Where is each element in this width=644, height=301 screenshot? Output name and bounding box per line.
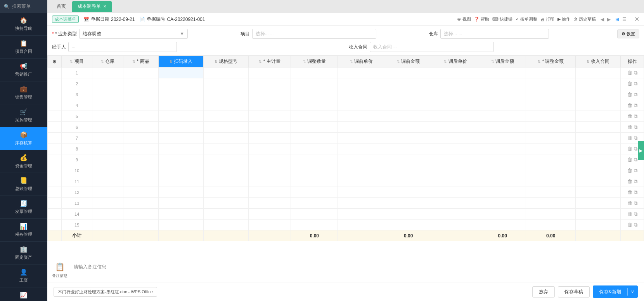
cell-unit-4[interactable] [248,100,291,111]
cell-after_amount-4[interactable] [479,100,526,111]
cell-product-7[interactable] [123,133,158,144]
cell-project-7[interactable]: 7 [62,133,92,144]
cell-settings-1[interactable] [48,67,62,78]
cell-settings-9[interactable] [48,154,62,165]
cell-income_contract-14[interactable] [576,209,621,220]
sidebar-item-project-contract[interactable]: 📋 项目合同 [0,36,47,59]
cell-settings-15[interactable] [48,220,62,230]
row-copy-15[interactable]: ⧉ [634,222,637,228]
cell-prev_amount-12[interactable] [385,187,432,198]
toolbar-action-shortcut[interactable]: ⌨快捷键 [492,16,512,22]
cell-scan-3[interactable] [159,89,204,100]
cell-prev_unit_price-3[interactable] [338,89,385,100]
cell-warehouse-7[interactable] [92,133,123,144]
row-copy-5[interactable]: ⧉ [634,113,637,119]
cell-income_contract-2[interactable] [576,78,621,89]
cell-product-4[interactable] [123,100,158,111]
cell-unit-6[interactable] [248,122,291,133]
close-form-icon[interactable]: ✕ [634,16,639,23]
cell-warehouse-10[interactable] [92,165,123,176]
cell-adj_qty-10[interactable] [291,165,338,176]
cell-project-4[interactable]: 4 [62,100,92,111]
handler-input[interactable]: ··· [68,42,177,52]
cell-unit-7[interactable] [248,133,291,144]
cell-income_contract-4[interactable] [576,100,621,111]
cell-prev_amount-8[interactable] [385,144,432,154]
cell-income_contract-9[interactable] [576,154,621,165]
discard-button[interactable]: 放弃 [532,286,555,298]
cell-income_contract-12[interactable] [576,187,621,198]
cell-after_amount-8[interactable] [479,144,526,154]
cell-project-12[interactable]: 12 [62,187,92,198]
cell-adj_amount-13[interactable] [526,198,576,209]
cell-settings-3[interactable] [48,89,62,100]
cell-product-15[interactable] [123,220,158,230]
cell-product-12[interactable] [123,187,158,198]
row-delete-2[interactable]: 🗑 [627,81,632,86]
cell-after_amount-5[interactable] [479,111,526,122]
cell-warehouse-1[interactable] [92,67,123,78]
cell-adj_qty-12[interactable] [291,187,338,198]
row-delete-5[interactable]: 🗑 [627,113,632,119]
sort-scan[interactable]: ⇅ [170,60,173,64]
cell-spec-2[interactable] [203,78,248,89]
cell-settings-2[interactable] [48,78,62,89]
sidebar-item-ledger-mgmt[interactable]: 📒 总账管理 [0,173,47,196]
row-delete-3[interactable]: 🗑 [627,92,632,97]
cell-prev_unit_price-10[interactable] [338,165,385,176]
cell-adj_amount-3[interactable] [526,89,576,100]
toolbar-grid-view[interactable]: ⊞ [615,17,619,22]
cell-after_unit_price-4[interactable] [432,100,479,111]
cell-prev_unit_price-13[interactable] [338,198,385,209]
cell-adj_amount-4[interactable] [526,100,576,111]
settings-btn[interactable]: ⚙ 设置 [617,29,639,38]
cell-unit-8[interactable] [248,144,291,154]
sidebar-item-salary[interactable]: 👤 工资 [0,265,47,287]
cell-warehouse-3[interactable] [92,89,123,100]
cell-unit-11[interactable] [248,176,291,187]
cell-unit-5[interactable] [248,111,291,122]
cell-after_unit_price-1[interactable] [432,67,479,78]
cell-scan-1[interactable] [159,67,204,78]
cell-product-6[interactable] [123,122,158,133]
cell-spec-7[interactable] [203,133,248,144]
row-copy-13[interactable]: ⧉ [634,200,637,206]
cell-adj_qty-1[interactable] [291,67,338,78]
cell-project-9[interactable]: 9 [62,154,92,165]
cell-adj_qty-2[interactable] [291,78,338,89]
cell-project-10[interactable]: 10 [62,165,92,176]
cell-warehouse-9[interactable] [92,154,123,165]
tab-close-cost-adjust[interactable]: ✕ [103,4,106,9]
cell-after_amount-1[interactable] [479,67,526,78]
warehouse-input[interactable]: 选择... ··· [440,29,549,39]
sidebar-item-quick-nav[interactable]: 🏠 快捷导航 [0,13,47,36]
toolbar-action-view[interactable]: 👁视图 [457,16,471,22]
cell-adj_qty-4[interactable] [291,100,338,111]
cell-after_unit_price-5[interactable] [432,111,479,122]
cell-prev_amount-15[interactable] [385,220,432,230]
row-copy-12[interactable]: ⧉ [634,189,637,195]
cell-product-14[interactable] [123,209,158,220]
cell-settings-11[interactable] [48,176,62,187]
cell-adj_amount-2[interactable] [526,78,576,89]
col-header-settings[interactable]: ⚙ [48,56,62,67]
cell-adj_qty-11[interactable] [291,176,338,187]
cell-after_unit_price-14[interactable] [432,209,479,220]
cell-unit-15[interactable] [248,220,291,230]
cell-unit-10[interactable] [248,165,291,176]
cell-income_contract-13[interactable] [576,198,621,209]
sort-adj_qty[interactable]: ⇅ [303,60,306,64]
sidebar-item-inventory[interactable]: 📦 库存核算 [0,127,47,150]
cell-product-13[interactable] [123,198,158,209]
cell-settings-8[interactable] [48,144,62,154]
cell-settings-5[interactable] [48,111,62,122]
cell-prev_amount-9[interactable] [385,154,432,165]
cell-prev_amount-3[interactable] [385,89,432,100]
sidebar-item-tax-mgmt[interactable]: 📊 税务管理 [0,219,47,242]
cell-after_unit_price-7[interactable] [432,133,479,144]
row-copy-4[interactable]: ⧉ [634,102,637,109]
cell-after_unit_price-11[interactable] [432,176,479,187]
sort-prev_unit_price[interactable]: ⇅ [350,60,353,64]
cell-income_contract-8[interactable] [576,144,621,154]
cell-settings-10[interactable] [48,165,62,176]
